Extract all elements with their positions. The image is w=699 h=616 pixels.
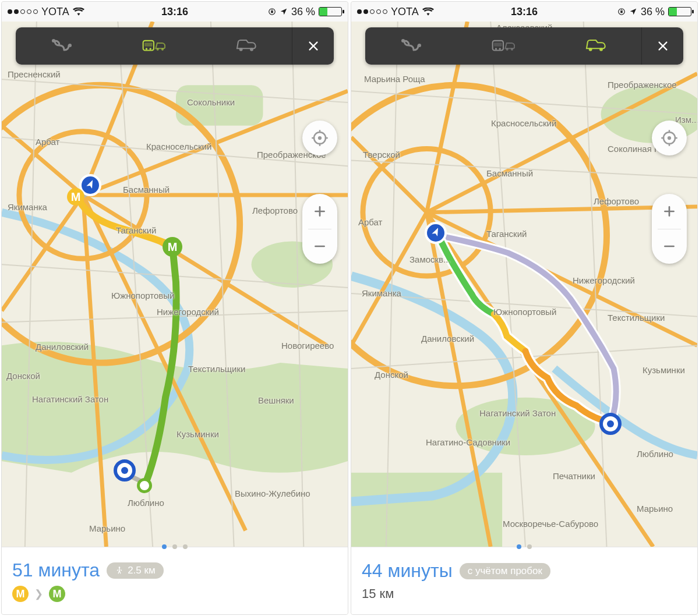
walk-distance-text: 2.5 км <box>128 565 155 576</box>
distance-row: 15 км <box>362 586 687 601</box>
metro-to-icon: М <box>49 586 65 602</box>
page-indicator[interactable] <box>2 544 348 549</box>
duration-label: 51 минута <box>12 560 100 581</box>
svg-point-18 <box>318 136 322 140</box>
district-label: Таганский <box>486 229 527 239</box>
metro-from-icon: М <box>12 586 29 602</box>
mode-walk-button[interactable] <box>16 27 108 65</box>
district-label: Донской <box>6 371 40 381</box>
district-label: Арбат <box>36 137 59 147</box>
svg-point-31 <box>599 48 603 51</box>
svg-point-26 <box>495 48 497 49</box>
district-label: Кузьминки <box>176 429 219 439</box>
district-label: Южнопортовый <box>493 307 556 317</box>
district-label: Южнопортовый <box>111 291 174 300</box>
district-label: Марьина Роща <box>364 74 425 84</box>
route-summary-panel[interactable]: 51 минута 2.5 км М ❯ М <box>2 547 348 614</box>
svg-point-9 <box>161 48 164 51</box>
destination-marker[interactable] <box>114 459 136 482</box>
district-label: Сокольники <box>187 97 235 107</box>
route-summary-panel[interactable]: 44 минуты с учётом пробок 15 км <box>351 547 697 614</box>
map-canvas[interactable]: СокольникиАрбатКрасносельскийПреображенс… <box>2 22 348 547</box>
traffic-chip: с учётом пробок <box>460 563 550 579</box>
mode-walk-button[interactable] <box>365 27 457 65</box>
traffic-chip-text: с учётом пробок <box>468 565 542 577</box>
metro-ring-marker[interactable] <box>137 478 152 493</box>
metro-marker-yellow[interactable]: М <box>67 188 84 206</box>
district-label: Нагатино-Садовники <box>426 437 510 447</box>
mode-car-button[interactable] <box>200 27 292 65</box>
metro-marker-green[interactable]: М <box>163 237 182 257</box>
locate-button[interactable] <box>652 121 687 155</box>
district-label: Марьино <box>637 504 673 514</box>
district-label: Печатники <box>553 471 595 481</box>
distance-label: 15 км <box>362 586 394 601</box>
mode-toolbar <box>16 27 334 65</box>
svg-rect-25 <box>494 43 502 47</box>
mode-transit-button[interactable] <box>457 27 549 65</box>
svg-point-30 <box>589 48 592 51</box>
status-bar: YOTA 13:16 36 % <box>351 2 697 22</box>
district-label: Нагатинский Затон <box>479 408 556 418</box>
destination-marker[interactable] <box>599 413 622 435</box>
svg-point-23 <box>418 44 421 47</box>
district-label: Замоскв... <box>409 254 451 264</box>
battery-icon <box>668 7 691 16</box>
duration-label: 44 минуты <box>362 560 453 582</box>
district-label: Донской <box>375 370 408 380</box>
mode-transit-button[interactable] <box>108 27 200 65</box>
district-label: Якиманка <box>362 288 401 298</box>
district-label: Якиманка <box>8 202 47 212</box>
svg-point-2 <box>52 39 55 43</box>
svg-point-10 <box>239 48 243 51</box>
district-label: Люблино <box>128 498 164 508</box>
district-label: Преображенское <box>608 80 677 90</box>
zoom-control <box>302 194 337 264</box>
phone-right: YOTA 13:16 36 % Алексеевский <box>351 1 698 615</box>
svg-point-28 <box>506 48 509 51</box>
district-label: Лефортово <box>252 206 298 215</box>
svg-point-29 <box>511 48 513 51</box>
district-label: Текстильщики <box>188 364 245 374</box>
walk-distance-chip: 2.5 км <box>107 562 163 579</box>
district-label: Новогиреево <box>281 341 334 351</box>
zoom-out-button[interactable] <box>652 229 687 264</box>
locate-button[interactable] <box>302 121 337 155</box>
district-label: Марьино <box>89 523 125 533</box>
district-label: Выхино-Жулебино <box>235 488 310 498</box>
district-label: Кузьминки <box>642 365 685 375</box>
zoom-in-button[interactable] <box>302 194 337 229</box>
district-label: Лефортово <box>594 196 639 206</box>
close-button[interactable] <box>641 27 683 65</box>
walk-icon <box>115 566 124 575</box>
district-label: Текстильщики <box>608 313 665 323</box>
district-label: Даниловский <box>421 334 474 344</box>
district-label: Даниловский <box>36 342 89 352</box>
zoom-control <box>652 194 687 264</box>
page-indicator[interactable] <box>351 544 697 549</box>
district-label: Нижегородский <box>573 275 635 285</box>
district-label: Пресненский <box>8 69 61 79</box>
zoom-in-button[interactable] <box>652 194 687 229</box>
mode-toolbar <box>365 27 683 65</box>
battery-icon <box>319 7 342 16</box>
svg-point-22 <box>401 39 405 43</box>
clock: 13:16 <box>351 6 697 18</box>
district-label: Таганский <box>116 225 156 235</box>
district-label: Басманный <box>486 168 533 178</box>
district-label: Москворечье-Сабурово <box>503 519 598 529</box>
district-label: Нагатинский Затон <box>32 394 108 404</box>
close-button[interactable] <box>292 27 334 65</box>
svg-point-11 <box>250 48 253 51</box>
map-canvas[interactable]: ПреображенскоеКрасносельскийСоколиная Го… <box>351 22 697 547</box>
district-label: Красносельский <box>146 141 211 151</box>
svg-point-39 <box>668 136 671 140</box>
district-label: Басманный <box>123 185 170 194</box>
svg-point-7 <box>150 48 151 49</box>
district-label: Нижегородский <box>157 307 219 317</box>
metro-transfer-row: М ❯ М <box>12 586 337 602</box>
district-label: Арбат <box>358 217 382 227</box>
mode-car-button[interactable] <box>549 27 641 65</box>
zoom-out-button[interactable] <box>302 229 337 264</box>
origin-marker[interactable] <box>425 222 447 244</box>
